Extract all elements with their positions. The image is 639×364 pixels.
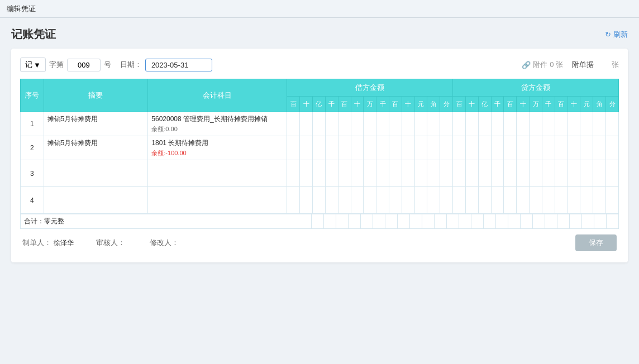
amount-cell[interactable] bbox=[542, 112, 555, 136]
cell-summary[interactable] bbox=[44, 160, 148, 187]
amount-cell[interactable] bbox=[351, 112, 364, 136]
amount-cell[interactable] bbox=[338, 112, 351, 136]
amount-cell[interactable] bbox=[402, 187, 414, 214]
amount-cell[interactable] bbox=[376, 187, 389, 214]
amount-cell[interactable] bbox=[389, 136, 402, 160]
amount-cell[interactable] bbox=[414, 112, 427, 136]
amount-cell[interactable] bbox=[555, 112, 568, 136]
amount-cell[interactable] bbox=[580, 187, 593, 214]
amount-cell[interactable] bbox=[313, 160, 326, 187]
cell-account[interactable] bbox=[148, 160, 287, 187]
amount-cell[interactable] bbox=[338, 160, 351, 187]
amount-cell[interactable] bbox=[465, 136, 478, 160]
amount-cell[interactable] bbox=[325, 112, 338, 136]
amount-cell[interactable] bbox=[300, 160, 313, 187]
amount-cell[interactable] bbox=[606, 112, 619, 136]
amount-cell[interactable] bbox=[491, 136, 504, 160]
zi-number-input[interactable] bbox=[67, 59, 101, 71]
amount-cell[interactable] bbox=[542, 136, 555, 160]
refresh-button[interactable]: ↻ 刷新 bbox=[605, 30, 628, 40]
amount-cell[interactable] bbox=[427, 136, 440, 160]
amount-cell[interactable] bbox=[338, 187, 351, 214]
amount-cell[interactable] bbox=[606, 160, 619, 187]
amount-cell[interactable] bbox=[313, 136, 326, 160]
save-button[interactable]: 保存 bbox=[575, 234, 617, 251]
amount-cell[interactable] bbox=[542, 187, 555, 214]
amount-cell[interactable] bbox=[465, 112, 478, 136]
cell-summary[interactable]: 摊销5月待摊费用 bbox=[44, 136, 148, 160]
amount-cell[interactable] bbox=[427, 112, 440, 136]
amount-cell[interactable] bbox=[351, 136, 364, 160]
amount-cell[interactable] bbox=[555, 160, 568, 187]
amount-cell[interactable] bbox=[465, 187, 478, 214]
amount-cell[interactable] bbox=[478, 187, 491, 214]
amount-cell[interactable] bbox=[517, 187, 530, 214]
amount-cell[interactable] bbox=[402, 112, 414, 136]
amount-cell[interactable] bbox=[402, 160, 414, 187]
amount-cell[interactable] bbox=[414, 187, 427, 214]
amount-cell[interactable] bbox=[440, 112, 453, 136]
amount-cell[interactable] bbox=[530, 136, 542, 160]
amount-cell[interactable] bbox=[287, 136, 300, 160]
amount-cell[interactable] bbox=[376, 160, 389, 187]
amount-cell[interactable] bbox=[453, 160, 466, 187]
amount-cell[interactable] bbox=[478, 160, 491, 187]
amount-cell[interactable] bbox=[593, 112, 606, 136]
amount-cell[interactable] bbox=[530, 187, 542, 214]
amount-cell[interactable] bbox=[287, 187, 300, 214]
amount-cell[interactable] bbox=[414, 136, 427, 160]
amount-cell[interactable] bbox=[402, 136, 414, 160]
amount-cell[interactable] bbox=[504, 136, 517, 160]
amount-cell[interactable] bbox=[568, 136, 580, 160]
amount-cell[interactable] bbox=[414, 160, 427, 187]
amount-cell[interactable] bbox=[555, 187, 568, 214]
date-input[interactable] bbox=[145, 59, 212, 71]
amount-cell[interactable] bbox=[465, 160, 478, 187]
cell-account[interactable] bbox=[148, 187, 287, 214]
amount-cell[interactable] bbox=[580, 112, 593, 136]
amount-cell[interactable] bbox=[427, 187, 440, 214]
amount-cell[interactable] bbox=[364, 160, 376, 187]
amount-cell[interactable] bbox=[530, 112, 542, 136]
amount-cell[interactable] bbox=[325, 187, 338, 214]
amount-cell[interactable] bbox=[351, 187, 364, 214]
amount-cell[interactable] bbox=[313, 112, 326, 136]
amount-cell[interactable] bbox=[517, 112, 530, 136]
amount-cell[interactable] bbox=[491, 160, 504, 187]
attachment-link[interactable]: 🔗 附件 0 张 bbox=[522, 60, 563, 70]
amount-cell[interactable] bbox=[351, 160, 364, 187]
cell-account[interactable]: 1801 长期待摊费用 余额:-100.00 bbox=[148, 136, 287, 160]
amount-cell[interactable] bbox=[338, 136, 351, 160]
cell-summary[interactable] bbox=[44, 187, 148, 214]
amount-cell[interactable] bbox=[478, 136, 491, 160]
amount-cell[interactable] bbox=[427, 160, 440, 187]
amount-cell[interactable] bbox=[376, 112, 389, 136]
amount-cell[interactable] bbox=[389, 187, 402, 214]
amount-cell[interactable] bbox=[593, 136, 606, 160]
amount-cell[interactable] bbox=[364, 187, 376, 214]
amount-cell[interactable] bbox=[491, 112, 504, 136]
amount-cell[interactable] bbox=[504, 160, 517, 187]
amount-cell[interactable] bbox=[504, 187, 517, 214]
amount-cell[interactable] bbox=[517, 136, 530, 160]
amount-cell[interactable] bbox=[542, 160, 555, 187]
amount-cell[interactable] bbox=[364, 136, 376, 160]
amount-cell[interactable] bbox=[530, 160, 542, 187]
amount-cell[interactable] bbox=[606, 136, 619, 160]
amount-cell[interactable] bbox=[453, 187, 466, 214]
amount-cell[interactable] bbox=[300, 187, 313, 214]
amount-cell[interactable] bbox=[440, 187, 453, 214]
amount-cell[interactable] bbox=[593, 160, 606, 187]
amount-cell[interactable] bbox=[389, 112, 402, 136]
amount-cell[interactable] bbox=[300, 136, 313, 160]
amount-cell[interactable] bbox=[504, 112, 517, 136]
voucher-type-button[interactable]: 记 ▼ bbox=[20, 58, 46, 72]
cell-account[interactable]: 56020008 管理费用_长期待摊费用摊销 余额:0.00 bbox=[148, 112, 287, 136]
amount-cell[interactable] bbox=[325, 160, 338, 187]
amount-cell[interactable] bbox=[440, 136, 453, 160]
single-doc-label[interactable]: 附单据 bbox=[572, 60, 594, 70]
amount-cell[interactable] bbox=[555, 136, 568, 160]
amount-cell[interactable] bbox=[453, 136, 466, 160]
amount-cell[interactable] bbox=[325, 136, 338, 160]
amount-cell[interactable] bbox=[300, 112, 313, 136]
